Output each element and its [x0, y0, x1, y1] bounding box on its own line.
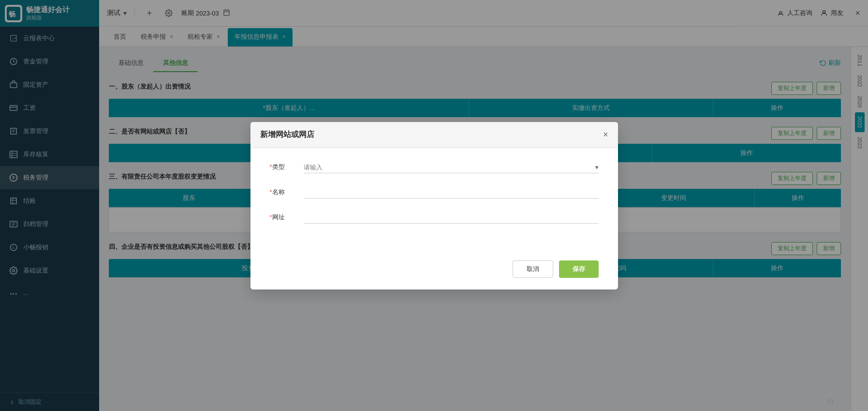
dialog-header: 新增网站或网店 ×	[250, 122, 618, 148]
type-input-wrap: ▾	[304, 164, 599, 173]
url-input-wrap	[304, 214, 599, 224]
form-field-name: *名称	[270, 188, 599, 199]
type-dropdown-icon[interactable]: ▾	[595, 164, 599, 171]
type-label-text: 类型	[272, 163, 285, 170]
form-row-name: *名称	[270, 188, 599, 199]
save-button[interactable]: 保存	[559, 260, 599, 278]
url-input[interactable]	[304, 214, 599, 221]
dialog-body: *类型 ▾ *名称	[250, 148, 618, 253]
dialog-footer: 取消 保存	[250, 253, 618, 289]
form-field-type: *类型 ▾	[270, 163, 599, 174]
name-label-text: 名称	[272, 188, 285, 196]
type-input[interactable]	[304, 164, 595, 171]
name-input-wrap	[304, 189, 599, 198]
add-website-dialog: 新增网站或网店 × *类型 ▾ *名	[250, 122, 618, 289]
dialog-close-button[interactable]: ×	[603, 130, 608, 139]
dialog-title: 新增网站或网店	[260, 130, 314, 140]
form-row-url: *网址	[270, 213, 599, 225]
cancel-button[interactable]: 取消	[513, 260, 553, 278]
dialog-overlay: 新增网站或网店 × *类型 ▾ *名	[0, 0, 868, 411]
url-label: *网址	[270, 213, 299, 222]
name-input[interactable]	[304, 189, 599, 196]
url-label-text: 网址	[272, 213, 285, 221]
form-row-type: *类型 ▾	[270, 163, 599, 174]
name-label: *名称	[270, 188, 299, 197]
form-field-url: *网址	[270, 213, 599, 225]
type-label: *类型	[270, 163, 299, 171]
